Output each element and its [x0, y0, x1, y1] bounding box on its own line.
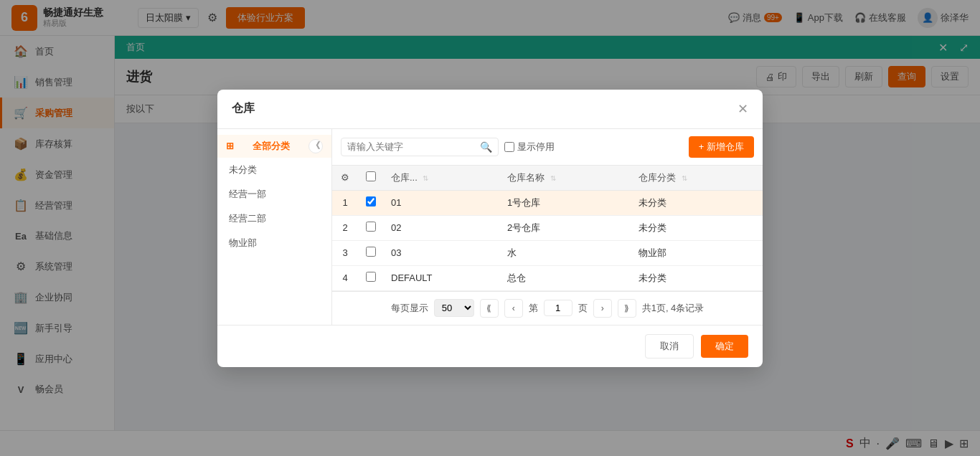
row-name: 水 [500, 240, 631, 265]
row-category: 物业部 [631, 240, 763, 265]
category-unclassified[interactable]: 未分类 [217, 158, 331, 182]
last-page-btn[interactable]: ⟫ [618, 299, 636, 318]
category-all-label: 全部分类 [253, 140, 290, 153]
table-row[interactable]: 4 DEFAULT 总仓 未分类 [332, 265, 763, 290]
col-code: 仓库... ⇅ [384, 166, 500, 191]
row-checkbox[interactable] [358, 265, 384, 290]
modal-body: ⊞ 全部分类 《 未分类 经营一部 经营二部 物业部 [217, 129, 763, 325]
row-code: 02 [384, 215, 500, 240]
collapse-button[interactable]: 《 [308, 139, 323, 153]
per-page-select[interactable]: 50 100 200 [434, 299, 474, 317]
table-row[interactable]: 3 03 水 物业部 [332, 240, 763, 265]
col-checkbox [358, 166, 384, 191]
row-name: 2号仓库 [500, 215, 631, 240]
row-checkbox[interactable] [358, 215, 384, 240]
category-ops1[interactable]: 经营一部 [217, 182, 331, 206]
table-toolbar: 🔍 显示停用 + 新增仓库 [332, 129, 763, 166]
search-input[interactable] [347, 141, 480, 152]
prev-page-btn[interactable]: ‹ [504, 299, 523, 318]
modal-overlay[interactable]: 仓库 ✕ ⊞ 全部分类 《 未分类 经营一部 经营二部 [0, 0, 980, 456]
category-all[interactable]: ⊞ 全部分类 《 [217, 135, 331, 158]
col-settings: ⚙ [332, 166, 358, 191]
col-category: 仓库分类 ⇅ [631, 166, 763, 191]
row-checkbox[interactable] [358, 240, 384, 265]
show-disabled-checkbox[interactable] [504, 142, 514, 152]
pagination: 每页显示 50 100 200 ⟪ ‹ 第 页 › ⟫ 共1页, 4条记录 [332, 291, 763, 325]
category-unclassified-label: 未分类 [229, 164, 257, 175]
row-category: 未分类 [631, 265, 763, 290]
sort-category-icon: ⇅ [682, 174, 687, 182]
row-index: 4 [332, 265, 358, 290]
page-unit: 页 [578, 302, 588, 315]
row-index: 3 [332, 240, 358, 265]
search-box[interactable]: 🔍 [341, 138, 499, 156]
modal-close-button[interactable]: ✕ [738, 101, 748, 117]
category-property-label: 物业部 [229, 237, 257, 248]
table-row[interactable]: 2 02 2号仓库 未分类 [332, 215, 763, 240]
row-checkbox[interactable] [358, 190, 384, 215]
modal-title: 仓库 [232, 101, 255, 116]
page-label: 第 [529, 302, 538, 315]
category-ops2[interactable]: 经营二部 [217, 206, 331, 231]
select-all-checkbox[interactable] [366, 171, 376, 181]
row-category: 未分类 [631, 215, 763, 240]
data-table: ⚙ 仓库... ⇅ 仓库名称 ⇅ [332, 166, 763, 291]
row-code: 03 [384, 240, 500, 265]
row-code: DEFAULT [384, 265, 500, 290]
category-property[interactable]: 物业部 [217, 231, 331, 255]
show-disabled-label[interactable]: 显示停用 [504, 141, 555, 153]
page-input[interactable] [544, 300, 573, 316]
grid-icon: ⊞ [226, 141, 234, 151]
warehouse-modal: 仓库 ✕ ⊞ 全部分类 《 未分类 经营一部 经营二部 [217, 90, 763, 367]
row-category: 未分类 [631, 190, 763, 215]
table-panel: 🔍 显示停用 + 新增仓库 ⚙ [332, 129, 763, 325]
row-name: 总仓 [500, 265, 631, 290]
per-page-label: 每页显示 [391, 302, 428, 315]
category-panel: ⊞ 全部分类 《 未分类 经营一部 经营二部 物业部 [217, 129, 332, 325]
row-name: 1号仓库 [500, 190, 631, 215]
cancel-button[interactable]: 取消 [645, 334, 694, 358]
row-index: 2 [332, 215, 358, 240]
total-label: 共1页, 4条记录 [642, 302, 705, 315]
category-ops2-label: 经营二部 [229, 213, 266, 224]
add-warehouse-button[interactable]: + 新增仓库 [689, 136, 754, 158]
sort-code-icon: ⇅ [423, 174, 428, 182]
row-code: 01 [384, 190, 500, 215]
next-page-btn[interactable]: › [593, 299, 612, 318]
sort-name-icon: ⇅ [550, 174, 556, 182]
modal-header: 仓库 ✕ [217, 90, 763, 129]
table-row[interactable]: 1 01 1号仓库 未分类 [332, 190, 763, 215]
category-ops1-label: 经营一部 [229, 189, 266, 199]
search-icon: 🔍 [480, 141, 492, 153]
col-name: 仓库名称 ⇅ [500, 166, 631, 191]
row-index: 1 [332, 190, 358, 215]
first-page-btn[interactable]: ⟪ [480, 299, 499, 318]
modal-footer: 取消 确定 [217, 325, 763, 367]
confirm-button[interactable]: 确定 [701, 335, 748, 358]
